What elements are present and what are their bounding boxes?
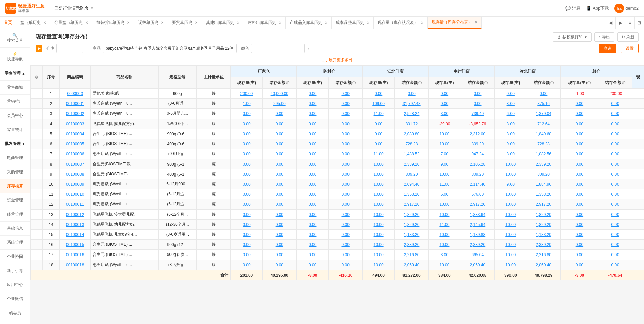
sidebar-item-operations[interactable]: 经营管理 [0,207,30,222]
cell-jb-qty[interactable]: 10.00 [363,159,395,169]
cell-yb-qty[interactable]: 8.00 [494,149,527,159]
sidebar-item-newbie[interactable]: 新手引导 [0,264,30,278]
warehouse-input[interactable] [56,44,83,53]
gear-icon[interactable]: ⚙ [35,75,38,80]
tab-split-stock[interactable]: 分量盘点单历史 ✕ [50,17,92,29]
tab-material-out[interactable]: 材料出库单历史 ✕ [244,17,286,29]
cell-jb-qty[interactable]: 0.00 [363,89,395,99]
cell-code[interactable]: 00100007 [60,159,91,169]
cell-factory-qty[interactable]: 1.00 [230,99,263,109]
cell-code[interactable]: 00100014 [60,230,91,240]
cell-code[interactable]: 00100008 [60,169,91,179]
cell-code[interactable]: 00100012 [60,210,91,220]
cell-jb-qty[interactable]: 11.00 [363,109,395,119]
cell-na-qty[interactable]: 3.00 [429,109,461,119]
cell-na-qty[interactable]: -39.00 [429,119,461,129]
cell-jb-qty[interactable]: 9.00 [363,139,395,149]
sidebar-item-member[interactable]: 会员中心 [0,109,30,123]
cell-yb-qty[interactable]: 0.00 [494,89,527,99]
cell-code[interactable]: 00100003 [60,119,91,129]
expand-more-btn[interactable]: ⌄⌄ 展开更多条件 [321,57,353,63]
sidebar-item-app-center[interactable]: 应用中心 [0,278,30,292]
sidebar-item-member2[interactable]: 畅会员 [0,306,30,320]
cell-total-qty[interactable]: 0.00 [560,119,598,129]
cell-yb-qty[interactable]: 10.00 [494,230,527,240]
sidebar-item-shortcut[interactable]: ⚡ 快捷导航 [0,48,30,66]
user-area[interactable]: Ea demo2 [614,4,639,13]
cell-code[interactable]: 00100010 [60,189,91,199]
cell-code[interactable]: 00100002 [60,109,91,119]
cell-jb-qty[interactable]: 10.00 [363,240,395,250]
cell-chj-qty[interactable]: 0.00 [297,149,329,159]
message-btn[interactable]: 💬 消息 [565,5,581,11]
cell-code[interactable]: 00100009 [60,179,91,189]
cell-yb-qty[interactable]: 8.00 [494,129,527,139]
sidebar-item-system[interactable]: 系统管理 [0,236,30,250]
cell-factory-qty[interactable]: 0.00 [230,210,263,220]
cell-na-qty[interactable]: 10.00 [429,139,461,149]
cell-yb-qty[interactable]: 10.00 [494,240,527,250]
cell-code[interactable]: 00100006 [60,149,91,159]
cell-yb-qty[interactable]: 9.00 [494,179,527,189]
cell-code[interactable]: 00100005 [60,139,91,149]
cell-na-qty[interactable]: 11.00 [429,220,461,230]
cell-total-qty[interactable]: 0.00 [560,179,598,189]
tab-close-btn[interactable]: ✕ [625,17,635,29]
cell-code[interactable]: 00100013 [60,220,91,230]
sidebar-item-enterprise[interactable]: 企业协同 [0,250,30,264]
cell-na-qty[interactable]: 7.00 [429,149,461,159]
cell-total-qty[interactable]: 0.00 [560,260,598,270]
cell-factory-qty[interactable]: 0.00 [230,230,263,240]
cell-jb-qty[interactable]: 10.00 [363,210,395,220]
cell-code[interactable]: 00100015 [60,240,91,250]
tab-stock-dist[interactable]: 现存量（库存分布表） ✕ [428,17,482,29]
cell-factory-qty[interactable]: 0.00 [230,109,263,119]
cell-na-qty[interactable]: 0.00 [429,99,461,109]
cell-code[interactable]: 00100016 [60,250,91,260]
app-download-btn[interactable]: 📱 App下载 [586,5,609,11]
cell-chj-qty[interactable]: 0.00 [297,210,329,220]
cell-yb-qty[interactable]: 9.00 [494,139,527,149]
cell-total-qty[interactable]: 0.00 [560,210,598,220]
cell-jb-qty[interactable]: 10.00 [363,260,395,270]
cell-na-qty[interactable]: 10.00 [429,199,461,210]
cell-chj-qty[interactable]: 0.00 [297,169,329,179]
close-icon[interactable]: ✕ [85,21,88,25]
cell-jb-qty[interactable]: 10.00 [363,199,395,210]
settings-col[interactable]: ⚙ [31,66,43,89]
cell-total-qty[interactable]: 0.00 [560,199,598,210]
cell-factory-qty[interactable]: 0.00 [230,260,263,270]
cell-code[interactable]: 0000003 [60,89,91,99]
cell-na-qty[interactable]: 10.00 [429,260,461,270]
query-btn[interactable]: 查询 [599,44,616,53]
sidebar-item-purchase[interactable]: 采购管理 [0,165,30,179]
cell-yb-qty[interactable]: 10.00 [494,250,527,260]
tab-stock-status[interactable]: 现存量（库存状况表） ✕ [374,17,428,29]
color-input[interactable] [251,44,305,53]
close-icon[interactable]: ✕ [127,21,130,25]
warehouse-dots[interactable]: ··· [85,46,89,51]
print-btn[interactable]: 🖨 按模板打印 ▼ [553,32,592,42]
cell-yb-qty[interactable]: 10.00 [494,210,527,220]
cell-code[interactable]: 00100011 [60,199,91,210]
cell-na-qty[interactable]: 0.00 [429,89,461,99]
cell-chj-qty[interactable]: 0.00 [297,109,329,119]
cell-chj-qty[interactable]: 0.00 [297,159,329,169]
cell-jb-qty[interactable]: 109.00 [363,99,395,109]
sidebar-item-corp-weixin[interactable]: 企业微信 [0,292,30,306]
cell-na-qty[interactable]: 5.00 [429,189,461,199]
cell-code[interactable]: 00100004 [60,129,91,139]
sidebar-item-retail-mall[interactable]: 零售商城 [0,81,30,95]
tab-expand-btn[interactable]: ⊡ [635,17,644,29]
tab-cost-adjust[interactable]: 成本调整单历史 ✕ [332,17,374,29]
cell-code[interactable]: 00100018 [60,260,91,270]
sidebar-item-basics[interactable]: 基础信息 [0,222,30,236]
sidebar-item-finance[interactable]: 资金管理 [0,193,30,207]
cell-total-qty[interactable]: 0.00 [560,129,598,139]
sidebar-item-retail-stats[interactable]: 零售统计 [0,123,30,137]
export-btn[interactable]: ↑ 导出 [594,32,614,42]
cell-factory-qty[interactable]: 0.00 [230,159,263,169]
tab-transfer[interactable]: 调拨单历史 ✕ [134,17,168,29]
sidebar-item-wholesale[interactable]: 批发管理 ▼ [0,137,30,151]
cell-yb-qty[interactable]: 10.00 [494,220,527,230]
